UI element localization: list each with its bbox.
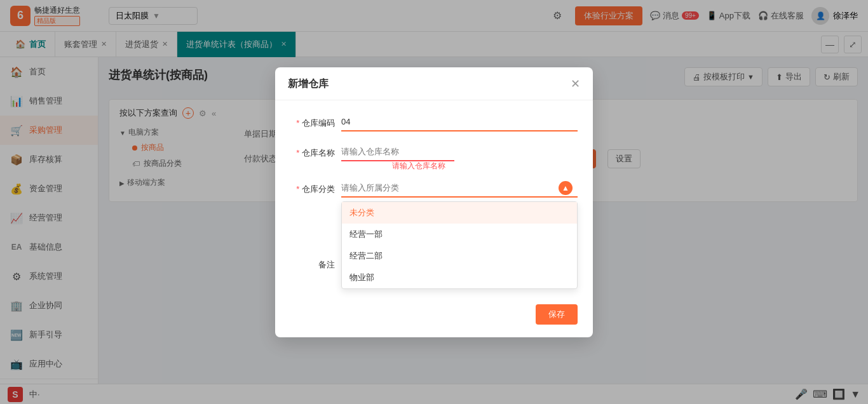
save-button[interactable]: 保存: [536, 304, 578, 325]
dropdown-item-ops1-label: 经营一部: [349, 229, 383, 239]
dropdown-item-uncategorized-label: 未分类: [349, 208, 374, 217]
warehouse-code-input[interactable]: [341, 113, 578, 131]
dialog-body: 仓库编码 仓库名称 请输入仓库名称 仓库分类 ▲: [275, 100, 593, 297]
category-label: 仓库分类: [290, 179, 341, 195]
warehouse-name-input[interactable]: [341, 143, 454, 161]
dialog-close-button[interactable]: ✕: [571, 78, 580, 90]
dialog-footer: 保存: [275, 297, 593, 337]
name-input-wrapper: 请输入仓库名称: [341, 143, 578, 161]
modal-overlay: 新增仓库 ✕ 仓库编码 仓库名称 请输入仓库名称 仓库分类: [0, 0, 868, 404]
name-error-message: 请输入仓库名称: [392, 161, 445, 172]
category-input-wrapper: ▲: [341, 179, 578, 198]
category-input[interactable]: [341, 179, 578, 198]
dropdown-item-property[interactable]: 物业部: [342, 267, 577, 288]
name-label: 仓库名称: [290, 143, 341, 159]
form-row-category: 仓库分类 ▲ 未分类 经营一部 经营二部: [290, 179, 578, 198]
form-row-name: 仓库名称 请输入仓库名称: [290, 143, 578, 161]
dialog-title: 新增仓库: [288, 77, 329, 91]
category-dropdown-toggle[interactable]: ▲: [559, 181, 573, 195]
note-label: 备注: [290, 255, 341, 271]
dropdown-item-ops1[interactable]: 经营一部: [342, 224, 577, 245]
code-label: 仓库编码: [290, 113, 341, 129]
add-warehouse-dialog: 新增仓库 ✕ 仓库编码 仓库名称 请输入仓库名称 仓库分类: [275, 67, 593, 337]
dropdown-item-ops2[interactable]: 经营二部: [342, 245, 577, 267]
dialog-header: 新增仓库 ✕: [275, 67, 593, 100]
dropdown-item-ops2-label: 经营二部: [349, 251, 383, 260]
category-dropdown-list: 未分类 经营一部 经营二部 物业部: [341, 201, 578, 289]
dropdown-item-uncategorized[interactable]: 未分类: [342, 202, 577, 224]
dropdown-item-property-label: 物业部: [349, 273, 374, 282]
form-row-code: 仓库编码: [290, 113, 578, 131]
